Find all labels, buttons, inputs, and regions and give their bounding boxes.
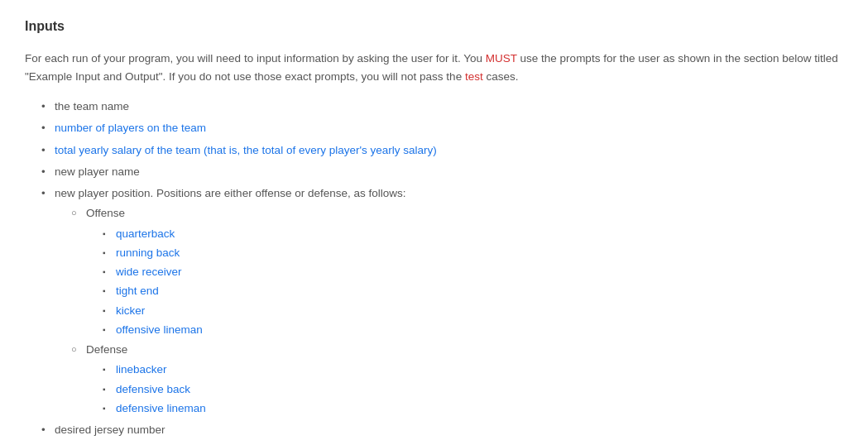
position-quarterback-text: quarterback bbox=[116, 227, 175, 240]
position-linebacker-text: linebacker bbox=[116, 363, 167, 376]
main-list: the team name number of players on the t… bbox=[25, 98, 843, 445]
position-wide-receiver-text: wide receiver bbox=[116, 266, 182, 278]
intro-test: test bbox=[465, 70, 483, 83]
intro-paragraph: For each run of your program, you will n… bbox=[25, 50, 843, 85]
section-heading: Inputs bbox=[25, 17, 843, 36]
list-item-team-name-text: the team name bbox=[55, 100, 129, 112]
position-defensive-back: defensive back bbox=[103, 381, 843, 398]
position-defensive-back-text: defensive back bbox=[116, 383, 190, 395]
position-defensive-lineman: defensive lineman bbox=[103, 400, 843, 417]
list-item-position: new player position. Positions are eithe… bbox=[41, 185, 843, 417]
position-kicker: kicker bbox=[103, 303, 843, 319]
offense-item: Offense quarterback running back wide re… bbox=[71, 205, 843, 338]
offense-positions-list: quarterback running back wide receiver t… bbox=[86, 226, 843, 339]
list-item-players-text: number of players on the team bbox=[55, 122, 206, 134]
list-item-salary: total yearly salary of the team (that is… bbox=[41, 142, 843, 159]
list-item-new-player-name: new player name bbox=[41, 164, 843, 180]
position-tight-end: tight end bbox=[103, 283, 843, 299]
defense-item: Defense linebacker defensive back defens… bbox=[71, 342, 843, 417]
position-sub-list: Offense quarterback running back wide re… bbox=[55, 205, 843, 417]
jersey-sub-list: the player's desired jersey number must … bbox=[55, 442, 843, 445]
jersey-sub-item: the player's desired jersey number must … bbox=[71, 442, 843, 445]
list-item-jersey: desired jersey number the player's desir… bbox=[41, 422, 843, 445]
position-kicker-text: kicker bbox=[116, 304, 145, 317]
list-item-jersey-text: desired jersey number bbox=[55, 423, 165, 436]
position-offensive-lineman-text: offensive lineman bbox=[116, 323, 203, 336]
position-defensive-lineman-text: defensive lineman bbox=[116, 402, 206, 414]
position-quarterback: quarterback bbox=[103, 226, 843, 242]
position-tight-end-text: tight end bbox=[116, 285, 159, 297]
position-linebacker: linebacker bbox=[103, 361, 843, 378]
offense-label: Offense bbox=[86, 207, 125, 219]
list-item-salary-text: total yearly salary of the team (that is… bbox=[55, 144, 437, 156]
position-wide-receiver: wide receiver bbox=[103, 264, 843, 280]
list-item-team-name: the team name bbox=[41, 98, 843, 115]
list-item-players: number of players on the team bbox=[41, 120, 843, 136]
position-offensive-lineman: offensive lineman bbox=[103, 322, 843, 338]
list-item-new-player-name-text: new player name bbox=[55, 165, 140, 178]
position-running-back: running back bbox=[103, 245, 843, 261]
list-item-position-text: new player position. Positions are eithe… bbox=[55, 187, 406, 199]
defense-label: Defense bbox=[86, 343, 127, 356]
position-running-back-text: running back bbox=[116, 246, 180, 259]
intro-text-before: For each run of your program, you will n… bbox=[25, 52, 486, 65]
intro-text-end: cases. bbox=[483, 70, 519, 83]
defense-positions-list: linebacker defensive back defensive line… bbox=[86, 361, 843, 417]
intro-must: MUST bbox=[486, 52, 517, 65]
